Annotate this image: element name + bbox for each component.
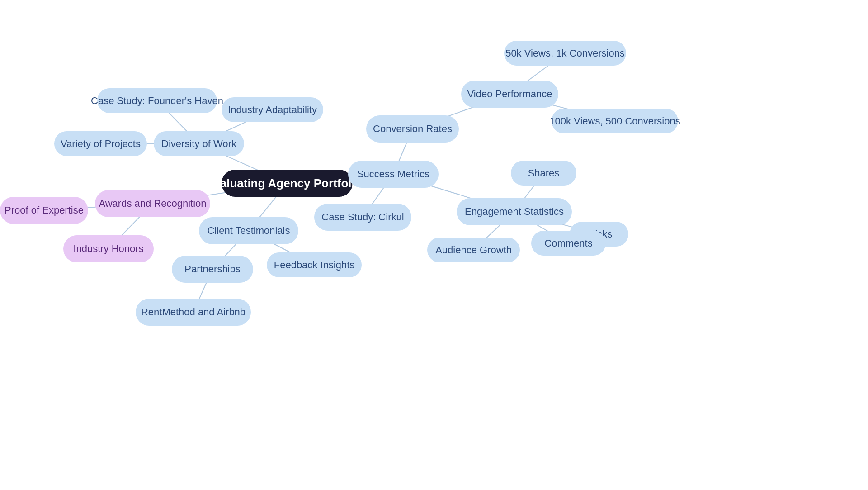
node-audience_growth: Audience Growth [427, 238, 520, 262]
node-client_testimonials: Client Testimonials [199, 217, 298, 244]
node-diversity_of_work: Diversity of Work [154, 131, 244, 156]
node-awards_recognition: Awards and Recognition [95, 190, 210, 217]
mindmap-container: Evaluating Agency PortfoliosDiversity of… [0, 0, 868, 490]
node-video_performance: Video Performance [461, 81, 558, 108]
node-conversion_rates: Conversion Rates [366, 115, 459, 143]
node-success_metrics: Success Metrics [348, 161, 439, 188]
node-industry_honors: Industry Honors [63, 235, 154, 262]
node-views_1k: 50k Views, 1k Conversions [504, 41, 626, 66]
node-proof_of_expertise: Proof of Expertise [0, 197, 88, 224]
node-rentmethod: RentMethod and Airbnb [136, 299, 251, 326]
node-comments: Comments [531, 231, 606, 256]
node-views_500: 100k Views, 500 Conversions [552, 109, 678, 133]
node-feedback_insights: Feedback Insights [267, 252, 362, 277]
node-industry_adaptability: Industry Adaptability [222, 97, 323, 122]
node-case_study_cirkul: Case Study: Cirkul [314, 204, 411, 231]
node-engagement_statistics: Engagement Statistics [457, 198, 572, 225]
node-variety_of_projects: Variety of Projects [54, 131, 147, 156]
node-partnerships: Partnerships [172, 256, 253, 283]
node-shares: Shares [511, 161, 576, 186]
node-center: Evaluating Agency Portfolios [222, 170, 353, 197]
node-case_study_founders: Case Study: Founder's Haven [97, 88, 217, 113]
